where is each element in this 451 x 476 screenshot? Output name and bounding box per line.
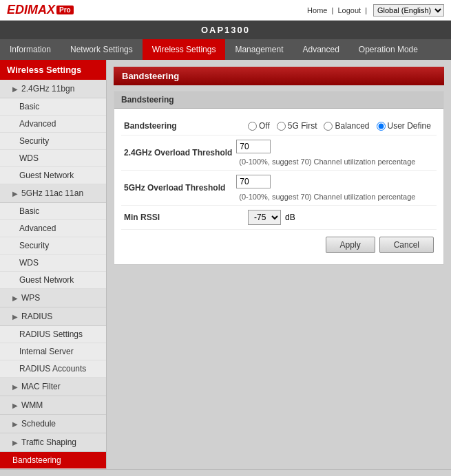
sidebar: Wireless Settings ▶2.4GHz 11bgnBasicAdva… <box>0 60 107 469</box>
sidebar-child-guest-network[interactable]: Guest Network <box>0 167 106 184</box>
sidebar-child-basic[interactable]: Basic <box>0 203 106 220</box>
radio-5gfirst[interactable]: 5G First <box>277 121 317 131</box>
logout-link[interactable]: Logout <box>337 6 361 14</box>
threshold-5ghz-hint: (0-100%, suggest 70) Channel utilization… <box>239 193 415 201</box>
sidebar-item-wps[interactable]: ▶WPS <box>0 289 106 307</box>
bandsteering-label: Bandsteering <box>124 121 248 131</box>
logo-pro: Pro <box>56 6 74 14</box>
threshold-24ghz-controls: (0-100%, suggest 70) Channel utilization… <box>236 140 434 166</box>
panel-body: Bandsteering Off 5G First Balanced Use <box>114 109 443 264</box>
nav-bar: InformationNetwork SettingsWireless Sett… <box>0 39 451 60</box>
threshold-24ghz-input[interactable] <box>236 140 271 153</box>
sidebar-item-wmm[interactable]: ▶WMM <box>0 396 106 415</box>
sidebar-child-security[interactable]: Security <box>0 237 106 255</box>
sidebar-child-internal-server[interactable]: Internal Server <box>0 343 106 360</box>
sidebar-group-title-radius[interactable]: ▶RADIUS <box>0 307 106 326</box>
sidebar-header: Wireless Settings <box>0 60 106 80</box>
sidebar-group-macfilter[interactable]: ▶MAC Filter <box>0 378 106 396</box>
sidebar-group-title-2ghz[interactable]: ▶2.4GHz 11bgn <box>0 80 106 98</box>
content-area: Bandsteering Bandsteering Bandsteering O… <box>107 60 451 469</box>
sidebar-item-schedule[interactable]: ▶Schedule <box>0 415 106 433</box>
radio-off[interactable]: Off <box>248 121 270 131</box>
radio-5gfirst-input[interactable] <box>277 122 286 131</box>
radio-balanced[interactable]: Balanced <box>324 121 369 131</box>
sidebar-child-radius-settings[interactable]: RADIUS Settings <box>0 326 106 343</box>
bandsteering-panel: Bandsteering Bandsteering Off 5G First B… <box>114 91 444 265</box>
min-rssi-row: Min RSSI -75 -70 -65 -60 -55 -50 dB <box>121 206 437 230</box>
sidebar-child-wds[interactable]: WDS <box>0 255 106 272</box>
sidebar-child-advanced[interactable]: Advanced <box>0 116 106 133</box>
threshold-24ghz-hint: (0-100%, suggest 70) Channel utilization… <box>239 158 415 166</box>
home-link[interactable]: Home <box>307 6 327 14</box>
nav-item-network[interactable]: Network Settings <box>61 39 143 60</box>
min-rssi-controls: -75 -70 -65 -60 -55 -50 dB <box>248 210 295 225</box>
min-rssi-label: Min RSSI <box>124 213 248 222</box>
min-rssi-unit: dB <box>285 213 295 222</box>
panel-header: Bandsteering <box>114 91 443 109</box>
page-title: Bandsteering <box>114 67 444 85</box>
apply-button[interactable]: Apply <box>326 237 375 253</box>
bandsteering-controls: Off 5G First Balanced User Define <box>248 121 431 131</box>
bandsteering-row: Bandsteering Off 5G First Balanced Use <box>121 117 437 136</box>
sidebar-item-trafficshaping[interactable]: ▶Traffic Shaping <box>0 433 106 452</box>
sidebar-child-advanced[interactable]: Advanced <box>0 220 106 237</box>
threshold-5ghz-row: 5GHz Overload Threshold (0-100%, suggest… <box>121 171 437 206</box>
sidebar-group-5ghz[interactable]: ▶5GHz 11ac 11anBasicAdvancedSecurityWDSG… <box>0 184 106 289</box>
sidebar-group-wmm[interactable]: ▶WMM <box>0 396 106 415</box>
min-rssi-select[interactable]: -75 -70 -65 -60 -55 -50 <box>248 210 281 225</box>
sidebar-child-wds[interactable]: WDS <box>0 150 106 167</box>
sidebar-group-bandsteering[interactable]: Bandsteering <box>0 452 106 469</box>
threshold-24ghz-label: 2.4GHz Overload Threshold <box>124 148 236 158</box>
radio-userdefine[interactable]: User Define <box>377 121 431 131</box>
sidebar-child-guest-network[interactable]: Guest Network <box>0 272 106 289</box>
footer: Copyright 2017 © EDIMAX Technology Co., … <box>0 469 451 476</box>
radio-balanced-input[interactable] <box>324 122 333 131</box>
sidebar-item-macfilter[interactable]: ▶MAC Filter <box>0 378 106 396</box>
language-select[interactable]: Global (English) <box>373 4 444 17</box>
sidebar-child-radius-accounts[interactable]: RADIUS Accounts <box>0 360 106 378</box>
model-title: OAP1300 <box>0 21 451 39</box>
sidebar-child-basic[interactable]: Basic <box>0 98 106 116</box>
nav-item-operation[interactable]: Operation Mode <box>349 39 428 60</box>
nav-item-information[interactable]: Information <box>0 39 61 60</box>
sidebar-group-trafficshaping[interactable]: ▶Traffic Shaping <box>0 433 106 452</box>
sidebar-group-title-5ghz[interactable]: ▶5GHz 11ac 11an <box>0 184 106 203</box>
nav-item-wireless[interactable]: Wireless Settings <box>143 39 226 60</box>
threshold-5ghz-label: 5GHz Overload Threshold <box>124 183 236 193</box>
radio-userdefine-input[interactable] <box>377 122 386 131</box>
nav-item-advanced[interactable]: Advanced <box>293 39 348 60</box>
cancel-button[interactable]: Cancel <box>379 237 434 253</box>
sidebar-item-bandsteering[interactable]: Bandsteering <box>0 452 106 469</box>
sidebar-group-wps[interactable]: ▶WPS <box>0 289 106 307</box>
button-row: Apply Cancel <box>121 230 437 256</box>
sidebar-group-2ghz[interactable]: ▶2.4GHz 11bgnBasicAdvancedSecurityWDSGue… <box>0 80 106 184</box>
nav-item-management[interactable]: Management <box>225 39 293 60</box>
logo: EDIMAX Pro <box>7 3 74 17</box>
radio-off-input[interactable] <box>248 122 257 131</box>
threshold-24ghz-row: 2.4GHz Overload Threshold (0-100%, sugge… <box>121 136 437 171</box>
logo-brand: EDIMAX <box>7 3 55 17</box>
sidebar-child-security[interactable]: Security <box>0 133 106 150</box>
sidebar-group-schedule[interactable]: ▶Schedule <box>0 415 106 433</box>
threshold-5ghz-input[interactable] <box>236 175 271 188</box>
top-links: Home | Logout | <box>307 6 369 14</box>
threshold-5ghz-controls: (0-100%, suggest 70) Channel utilization… <box>236 175 434 201</box>
sidebar-group-radius[interactable]: ▶RADIUSRADIUS SettingsInternal ServerRAD… <box>0 307 106 378</box>
